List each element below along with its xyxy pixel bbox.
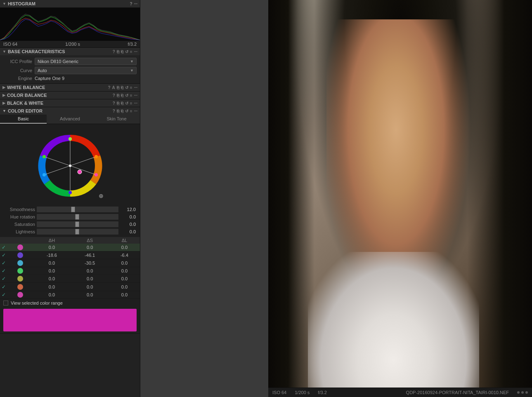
bw-reset[interactable]: ↺ [125, 101, 128, 106]
lightness-thumb[interactable] [75, 229, 79, 235]
right-panel: ISO 64 1/200 s f/3.2 QDP-20160924-PORTRA… [268, 0, 532, 397]
row-checkbox[interactable]: ✓ [0, 244, 7, 251]
color-balance-header[interactable]: ▶ COLOR BALANCE ? ⎘ ⎗ ↺ ≡ ··· [0, 92, 140, 99]
row-checkbox[interactable]: ✓ [0, 275, 7, 283]
wb-question[interactable]: ? [108, 85, 110, 90]
icc-profile-row: ICC Profile Nikon D810 Generic ▼ [0, 57, 140, 66]
row-checkbox[interactable]: ✓ [0, 267, 7, 275]
color-balance-section: ▶ COLOR BALANCE ? ⎘ ⎗ ↺ ≡ ··· [0, 92, 140, 99]
wb-copy[interactable]: ⎘ [117, 85, 119, 90]
slider-section: Smoothness 12.0 Hue rotation 0.0 Saturat… [0, 204, 140, 237]
ce-question[interactable]: ? [113, 109, 115, 113]
wb-more[interactable]: ··· [134, 85, 137, 90]
base-chars-icons: ? ⎘ ⎗ ↺ ≡ ··· [113, 49, 137, 54]
table-row[interactable]: ✓ 0.0 0.0 0.0 [0, 291, 140, 298]
smoothness-label: Smoothness [4, 207, 35, 212]
row-dh: 0.0 [33, 291, 71, 298]
wb-paste[interactable]: ⎗ [121, 85, 123, 90]
cb-more[interactable]: ··· [134, 93, 137, 98]
row-color-dot [7, 251, 33, 259]
bc-dots-icon[interactable]: ··· [134, 49, 137, 54]
color-editor-content: Basic Advanced Skin Tone [0, 115, 140, 331]
smoothness-slider[interactable] [37, 207, 118, 212]
row-color-dot [7, 244, 33, 251]
curve-label: Curve [3, 68, 32, 73]
color-wheel-wrapper[interactable]: ⊕ [35, 131, 105, 201]
cb-copy[interactable]: ⎘ [117, 93, 119, 98]
ce-reset[interactable]: ↺ [125, 109, 128, 113]
svg-point-12 [43, 173, 46, 176]
wb-title: WHITE BALANCE [7, 85, 45, 90]
iso-value: ISO 64 [3, 42, 17, 47]
wb-reset[interactable]: ↺ [125, 85, 128, 90]
black-white-header[interactable]: ▶ BLACK & WHITE ? ⎘ ⎗ ↺ ≡ ··· [0, 99, 140, 107]
row-checkbox[interactable]: ✓ [0, 291, 7, 298]
view-selected-label: View selected color range [11, 301, 63, 305]
icc-profile-dropdown[interactable]: Nikon D810 Generic ▼ [35, 58, 137, 65]
bc-question-icon[interactable]: ? [113, 49, 115, 54]
smoothness-thumb[interactable] [71, 207, 75, 212]
more-icon[interactable]: ··· [134, 2, 137, 6]
table-row[interactable]: ✓ 0.0 0.0 0.0 [0, 244, 140, 251]
ce-menu[interactable]: ≡ [130, 109, 132, 113]
row-ds: 0.0 [71, 267, 109, 275]
shirt-neck [308, 252, 479, 388]
saturation-slider[interactable] [37, 221, 118, 227]
bw-icons: ? ⎘ ⎗ ↺ ≡ ··· [113, 101, 137, 106]
bc-copy-icon[interactable]: ⎘ [117, 49, 119, 54]
ce-more[interactable]: ··· [134, 109, 137, 113]
cb-title: COLOR BALANCE [7, 93, 47, 98]
table-row[interactable]: ✓ 0.0 0.0 0.0 [0, 283, 140, 291]
table-row[interactable]: ✓ 0.0 0.0 0.0 [0, 267, 140, 275]
center-panel [140, 0, 268, 397]
row-checkbox[interactable]: ✓ [0, 251, 7, 259]
hue-rotation-thumb[interactable] [75, 214, 79, 220]
hue-rotation-slider[interactable] [37, 214, 118, 220]
table-row[interactable]: ✓ 0.0 -30.5 0.0 [0, 259, 140, 267]
curve-dropdown[interactable]: Auto ▼ [35, 67, 137, 74]
question-icon[interactable]: ? [130, 2, 132, 6]
color-editor-tabs: Basic Advanced Skin Tone [0, 115, 140, 124]
bw-menu[interactable]: ≡ [130, 101, 132, 106]
smoothness-row: Smoothness 12.0 [4, 206, 136, 213]
color-picker-icon[interactable]: ⊕ [99, 193, 104, 199]
photo-container [268, 0, 532, 388]
svg-point-13 [43, 155, 46, 158]
white-balance-header[interactable]: ▶ WHITE BALANCE ? A ⎘ ⎗ ↺ ≡ ··· [0, 84, 140, 91]
bc-paste-icon[interactable]: ⎗ [121, 49, 123, 54]
color-preview [3, 309, 137, 331]
bc-reset-icon[interactable]: ↺ [125, 49, 128, 54]
row-dh: -18.6 [33, 251, 71, 259]
cb-paste[interactable]: ⎗ [121, 93, 123, 98]
wb-a[interactable]: A [112, 85, 115, 90]
tab-basic[interactable]: Basic [0, 115, 47, 124]
cb-question[interactable]: ? [113, 93, 115, 98]
bw-paste[interactable]: ⎗ [121, 101, 123, 106]
ce-copy[interactable]: ⎘ [117, 109, 119, 113]
wb-menu[interactable]: ≡ [130, 85, 132, 90]
lightness-value: 0.0 [120, 229, 136, 234]
row-checkbox[interactable]: ✓ [0, 259, 7, 267]
row-checkbox[interactable]: ✓ [0, 283, 7, 291]
cb-menu[interactable]: ≡ [130, 93, 132, 98]
color-editor-header[interactable]: ▼ COLOR EDITOR ? ⎘ ⎗ ↺ ≡ ··· [0, 107, 140, 115]
wb-icons: ? A ⎘ ⎗ ↺ ≡ ··· [108, 85, 137, 90]
table-row[interactable]: ✓ -18.6 -46.1 -6.4 [0, 251, 140, 259]
bw-question[interactable]: ? [113, 101, 115, 106]
row-color-dot [7, 291, 33, 298]
saturation-thumb[interactable] [75, 221, 79, 227]
left-panel: ▼ HISTOGRAM ? ··· ISO 64 1/2 [0, 0, 140, 397]
bc-more-icon[interactable]: ≡ [130, 49, 132, 54]
row-ds: 0.0 [71, 275, 109, 283]
bw-more[interactable]: ··· [134, 101, 137, 106]
ce-paste[interactable]: ⎗ [121, 109, 123, 113]
tab-advanced[interactable]: Advanced [47, 115, 93, 124]
tab-skin-tone[interactable]: Skin Tone [93, 115, 140, 124]
table-row[interactable]: ✓ 0.0 0.0 0.0 [0, 275, 140, 283]
cb-reset[interactable]: ↺ [125, 93, 128, 98]
view-selected-checkbox[interactable] [3, 301, 8, 305]
color-editor-section: ▼ COLOR EDITOR ? ⎘ ⎗ ↺ ≡ ··· Basic Advan… [0, 107, 140, 334]
bw-copy[interactable]: ⎘ [117, 101, 119, 106]
lightness-slider[interactable] [37, 229, 118, 235]
saturation-label: Saturation [4, 222, 35, 227]
